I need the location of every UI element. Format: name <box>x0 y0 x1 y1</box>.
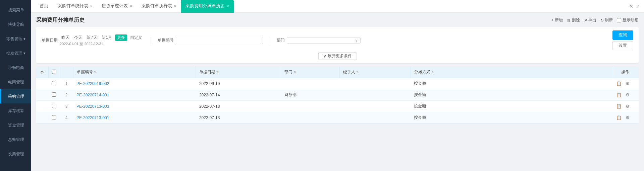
shortcut-more[interactable]: 更多 <box>115 34 127 41</box>
tab-purchase-cost-history[interactable]: 采购费用分摊单历史× <box>181 0 233 13</box>
tab-close-goods-in-stats[interactable]: × <box>130 0 132 12</box>
delete-label: 删除 <box>572 17 580 23</box>
tab-close-purchase-cost-history[interactable]: × <box>227 0 229 12</box>
tab-label-purchase-order-stats: 采购订单统计表 <box>58 0 88 12</box>
export-label: 导出 <box>588 17 596 23</box>
row-edit-icon-3[interactable]: 📋 <box>615 114 623 121</box>
dept-select[interactable]: ∨ <box>287 37 361 44</box>
docno-link-2[interactable]: PE-20220713-003 <box>76 104 109 109</box>
docno-link-0[interactable]: PE-20220919-002 <box>76 81 109 86</box>
td-check-3 <box>48 112 60 123</box>
refresh-button[interactable]: ↻ 刷新 <box>600 17 613 23</box>
sidebar-item-ledger[interactable]: 总账管理 <box>0 132 31 147</box>
th-splitmethod[interactable]: 分摊方式 ⇅ <box>411 67 612 78</box>
dept-label: 部门 <box>277 37 285 43</box>
shortcut-7days[interactable]: 近7天 <box>85 34 99 41</box>
th-docno[interactable]: 单据编号 ⇅ <box>73 67 196 78</box>
expand-more-button[interactable]: ∨ 展开更多条件 <box>318 52 357 60</box>
row-more-icon-0[interactable]: ⚙ <box>625 80 631 87</box>
td-seq-0: 1 <box>60 78 73 89</box>
settings-button[interactable]: 设置 <box>612 41 633 50</box>
shortcut-yesterday[interactable]: 昨天 <box>60 34 71 41</box>
tab-label-goods-in-stats: 进货单统计表 <box>102 0 128 12</box>
td-check-2 <box>48 101 60 112</box>
td-seq-2: 3 <box>60 101 73 112</box>
shortcut-today[interactable]: 今天 <box>72 34 84 41</box>
docno-link-3[interactable]: PE-20220713-001 <box>76 115 109 120</box>
select-all-checkbox[interactable] <box>52 70 56 74</box>
th-dept[interactable]: 部门 ⇅ <box>281 67 340 78</box>
export-button[interactable]: ↗ 导出 <box>584 17 596 23</box>
row-checkbox-1[interactable] <box>52 92 56 97</box>
tab-home[interactable]: 首页 <box>35 0 53 13</box>
shortcut-custom[interactable]: 自定义 <box>128 34 144 41</box>
expand-label: 展开更多条件 <box>328 53 352 59</box>
dept-filter: 部门 ∨ <box>277 37 361 44</box>
docno-filter: 单据编号 <box>158 37 263 44</box>
shortcut-1month[interactable]: 近1月 <box>100 34 114 41</box>
sidebar-item-purchase[interactable]: 采购管理 <box>0 89 31 103</box>
td-docdate-1: 2022-07-14 <box>196 89 281 101</box>
td-actions-2: 📋 ⚙ <box>612 101 639 112</box>
sidebar-item-wholesale[interactable]: 批发管理 ▾ <box>0 46 31 60</box>
table-container: ⚙ 单据编号 ⇅ <box>36 67 639 123</box>
sidebar-item-ecom[interactable]: 电商管理 <box>0 75 31 89</box>
date-shortcuts-area: 昨天 今天 近7天 近1月 更多 自定义 2022-01-01 至 2022-1… <box>60 34 144 47</box>
row-checkbox-2[interactable] <box>52 104 56 108</box>
td-splitmethod-1: 按金额 <box>411 89 612 101</box>
row-more-icon-1[interactable]: ⚙ <box>625 92 631 98</box>
add-button[interactable]: + 新增 <box>551 17 563 23</box>
table-row: 3 PE-20220713-003 2022-07-13 按金额 📋 ⚙ <box>36 101 639 112</box>
row-more-icon-3[interactable]: ⚙ <box>625 114 631 121</box>
query-button[interactable]: 查询 <box>612 30 633 40</box>
sidebar-item-inventory[interactable]: 库存核算 <box>0 103 31 118</box>
th-docdate[interactable]: 单据日期 ⇅ <box>196 67 281 78</box>
show-cols-checkbox[interactable] <box>617 18 621 22</box>
docno-link-1[interactable]: PE-20220714-001 <box>76 93 109 97</box>
date-range-text: 2022-01-01 至 2022-12-31 <box>60 41 144 47</box>
date-filter-label: 单据日期 <box>42 37 58 43</box>
sidebar-item-invoice[interactable]: 发票管理 <box>0 147 31 161</box>
th-handler[interactable]: 经手人 ⇅ <box>339 67 411 78</box>
row-edit-icon-0[interactable]: 📋 <box>615 80 623 87</box>
filter-divider-1 <box>151 37 151 44</box>
th-dept-label: 部门 <box>284 69 292 75</box>
query-settings: 查询 设置 <box>612 30 633 50</box>
filter-area: 单据日期 昨天 今天 近7天 近1月 更多 自定义 2022-01-01 至 2… <box>36 27 639 63</box>
sidebar-item-label-quick-nav: 快捷导航 <box>2 22 30 27</box>
row-edit-icon-1[interactable]: 📋 <box>615 92 623 98</box>
tab-bar: 首页采购订单统计表×进货单统计表×采购订单执行表×采购费用分摊单历史×✕⤢ <box>31 0 644 13</box>
th-splitmethod-label: 分摊方式 <box>414 69 430 75</box>
tab-purchase-order-stats[interactable]: 采购订单统计表× <box>53 0 97 13</box>
td-actions-3: 📋 ⚙ <box>612 112 639 123</box>
sidebar-item-quick-nav[interactable]: 快捷导航 <box>0 17 31 31</box>
table-row: 2 PE-20220714-001 2022-07-14 财务部 按金额 📋 ⚙ <box>36 89 639 101</box>
sidebar-item-mini-ecom[interactable]: 小畅电商 <box>0 60 31 75</box>
row-edit-icon-2[interactable]: 📋 <box>615 103 623 109</box>
td-check-0 <box>48 78 60 89</box>
sidebar-item-finance[interactable]: 资金管理 <box>0 118 31 132</box>
expand-more-row: ∨ 展开更多条件 <box>42 52 633 60</box>
close-window-icon[interactable]: ✕ <box>629 4 633 9</box>
tab-close-purchase-order-stats[interactable]: × <box>90 0 92 12</box>
sidebar-item-retail[interactable]: 零售管理 ▾ <box>0 31 31 46</box>
dept-select-arrow-icon: ∨ <box>355 38 358 42</box>
row-checkbox-0[interactable] <box>52 81 56 85</box>
expand-window-icon[interactable]: ⤢ <box>636 4 640 9</box>
td-actions-0: 📋 ⚙ <box>612 78 639 89</box>
table-body: 1 PE-20220919-002 2022-09-19 按金额 📋 ⚙ 2 P… <box>36 78 639 123</box>
gear-icon[interactable]: ⚙ <box>40 70 44 75</box>
th-docdate-label: 单据日期 <box>199 69 215 75</box>
docno-input[interactable] <box>176 37 263 44</box>
sidebar-item-label-inventory: 库存核算 <box>2 108 30 114</box>
th-check <box>48 67 60 78</box>
row-checkbox-3[interactable] <box>52 115 56 119</box>
sidebar-item-search[interactable]: 搜索菜单 <box>0 3 31 17</box>
tab-close-purchase-order-exec[interactable]: × <box>174 0 176 12</box>
row-more-icon-2[interactable]: ⚙ <box>625 103 631 109</box>
filter-divider-2 <box>270 37 270 44</box>
delete-button[interactable]: 🗑 删除 <box>567 17 580 23</box>
tab-goods-in-stats[interactable]: 进货单统计表× <box>97 0 137 13</box>
tab-purchase-order-exec[interactable]: 采购订单执行表× <box>137 0 181 13</box>
page-title: 采购费用分摊单历史 <box>36 17 85 24</box>
